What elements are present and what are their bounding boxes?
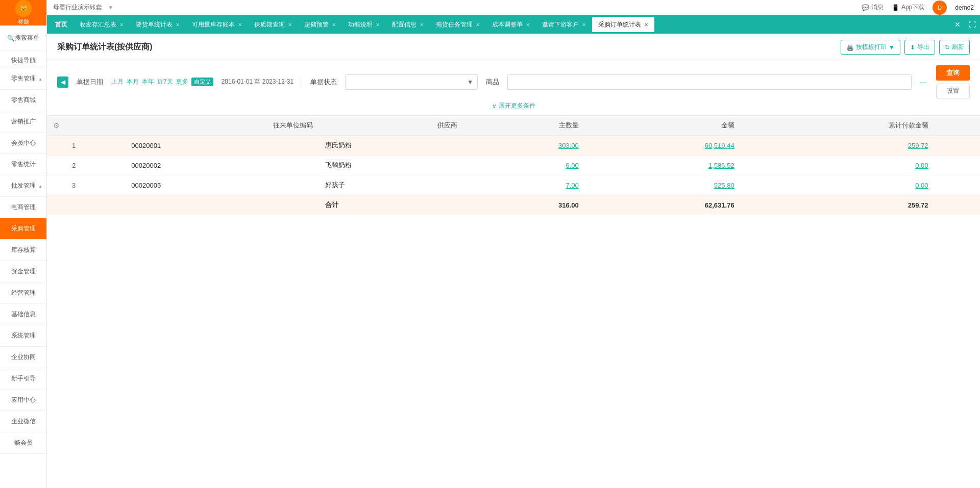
sidebar-item-label: 经营管理 xyxy=(11,289,36,297)
sidebar-item-qiye[interactable]: 企业协同 xyxy=(0,347,46,368)
tab-shoufahui[interactable]: 收发存汇总表 ✕ xyxy=(74,17,130,32)
tab-caigouding[interactable]: 采购订单统计表 ✕ xyxy=(592,17,654,32)
query-button[interactable]: 查询 xyxy=(936,65,970,81)
shortcut-7days[interactable]: 近7天 xyxy=(157,78,173,86)
sidebar-item-lingtong[interactable]: 零售统计 xyxy=(0,154,46,175)
sidebar-item-kucun[interactable]: 库存核算 xyxy=(0,240,46,261)
row-quantity[interactable]: 6.00 xyxy=(463,156,585,175)
column-settings-icon[interactable]: ⚙ xyxy=(53,121,60,130)
tab-close-icon[interactable]: ✕ xyxy=(119,22,124,28)
logo: 🐱 标题 xyxy=(0,0,46,25)
sidebar-item-search[interactable]: 🔍 搜索菜单 xyxy=(5,30,41,46)
sidebar-item-quicknav[interactable]: 快捷导航 xyxy=(0,51,46,68)
sidebar-item-dianshang[interactable]: 电商管理 xyxy=(0,197,46,218)
sidebar-item-huiyuan[interactable]: 会员中心 xyxy=(0,133,46,154)
refresh-button[interactable]: ↻ 刷新 xyxy=(939,40,970,55)
tab-chenbendiaozheng[interactable]: 成本调整单 ✕ xyxy=(486,17,536,32)
sidebar-item-caigou[interactable]: 采购管理 xyxy=(0,218,46,240)
tab-close-icon[interactable]: ✕ xyxy=(376,22,380,28)
tab-gongnengshuo[interactable]: 功能说明 ✕ xyxy=(342,17,386,32)
export-button[interactable]: ⬇ 导出 xyxy=(904,40,935,55)
row-quantity[interactable]: 7.00 xyxy=(463,175,585,195)
tab-peizhi[interactable]: 配置信息 ✕ xyxy=(386,17,430,32)
row-paid[interactable]: 259.72 xyxy=(741,136,935,156)
sidebar-item-label: 系统管理 xyxy=(11,331,36,340)
tab-close-icon[interactable]: ✕ xyxy=(176,22,180,28)
footer-summary-label: 合计 xyxy=(319,195,463,215)
tab-close-icon[interactable]: ✕ xyxy=(582,22,586,28)
tab-label: 要货单统计表 xyxy=(136,20,173,29)
col-amount: 金额 xyxy=(585,116,741,136)
row-extra xyxy=(935,156,980,175)
tab-label: 收发存汇总表 xyxy=(80,20,116,29)
shortcut-last-month[interactable]: 上月 xyxy=(111,78,124,86)
app-download-btn[interactable]: 📱 App下载 xyxy=(892,3,924,12)
tab-home[interactable]: 首页 xyxy=(49,17,74,32)
message-icon: 💬 xyxy=(862,4,869,11)
avatar-initial: D xyxy=(938,5,942,11)
sidebar-item-jichu[interactable]: 基础信息 xyxy=(0,304,46,325)
message-btn[interactable]: 💬 消息 xyxy=(862,3,884,12)
row-paid[interactable]: 0.00 xyxy=(741,175,935,195)
shortcut-this-month[interactable]: 本月 xyxy=(127,78,139,86)
avatar[interactable]: D xyxy=(933,1,947,15)
tab-close-all-btn[interactable]: ✕ xyxy=(952,20,963,29)
header-actions: 🖨️ 按模板打印 ▼ ⬇ 导出 ↻ 刷新 xyxy=(841,40,970,55)
date-range-display[interactable]: 2016-01-01 至 2023-12-31 xyxy=(222,78,293,86)
sidebar-item-jingying[interactable]: 经营管理 xyxy=(0,282,46,304)
refresh-label: 刷新 xyxy=(952,43,964,52)
tab-label: 采购订单统计表 xyxy=(598,20,641,29)
row-quantity[interactable]: 303.00 xyxy=(463,136,585,156)
sidebar-item-changhui[interactable]: 畅会员 xyxy=(0,432,46,454)
row-amount[interactable]: 1,586.52 xyxy=(585,156,741,175)
tab-yaohuodang[interactable]: 要货单统计表 ✕ xyxy=(130,17,186,32)
tab-baoyuanqi[interactable]: 保质期查询 ✕ xyxy=(248,17,298,32)
row-extra xyxy=(935,136,980,156)
sidebar-item-pifa[interactable]: 批发管理 xyxy=(0,175,46,197)
shortcut-more[interactable]: 更多 xyxy=(176,78,188,86)
filter-collapse-button[interactable]: ◀ xyxy=(57,76,68,88)
export-icon: ⬇ xyxy=(910,44,915,51)
footer-idx xyxy=(66,195,125,215)
tab-tuohuorenwu[interactable]: 拖货任务管理 ✕ xyxy=(430,17,486,32)
sidebar-item-yingyong[interactable]: 应用中心 xyxy=(0,390,46,411)
app-label: App下载 xyxy=(901,3,924,12)
tab-chaochuyujing[interactable]: 超储预警 ✕ xyxy=(298,17,342,32)
row-amount[interactable]: 60,519.44 xyxy=(585,136,741,156)
tab-close-icon[interactable]: ✕ xyxy=(526,22,530,28)
sidebar-item-qiyeweixin[interactable]: 企业微信 xyxy=(0,411,46,432)
sidebar-item-yingxiao[interactable]: 营销推广 xyxy=(0,111,46,133)
tab-maximize-btn[interactable]: ⛶ xyxy=(967,20,978,29)
more-filters-btn[interactable]: ··· xyxy=(920,78,926,86)
tab-close-icon[interactable]: ✕ xyxy=(238,22,242,28)
settings-button[interactable]: 设置 xyxy=(936,84,970,98)
search-icon: 🔍 xyxy=(7,35,15,42)
tab-close-icon[interactable]: ✕ xyxy=(420,22,424,28)
sidebar-item-lingshoudian[interactable]: 零售管理 xyxy=(0,68,46,90)
tab-label: 拖货任务管理 xyxy=(436,20,473,29)
tab-close-icon[interactable]: ✕ xyxy=(644,22,648,28)
sidebar-item-label: 会员中心 xyxy=(11,139,36,147)
message-label: 消息 xyxy=(871,3,884,12)
sidebar-item-zijin[interactable]: 资金管理 xyxy=(0,261,46,282)
status-select[interactable]: ▼ xyxy=(345,74,478,90)
tab-close-icon[interactable]: ✕ xyxy=(288,22,292,28)
expand-button[interactable]: ∨ 展开更多条件 xyxy=(492,101,535,110)
row-paid[interactable]: 0.00 xyxy=(741,156,935,175)
tab-yaoqingxiayou[interactable]: 邀请下游客户 ✕ xyxy=(536,17,592,32)
print-button[interactable]: 🖨️ 按模板打印 ▼ xyxy=(841,40,900,55)
tab-label: 邀请下游客户 xyxy=(542,20,579,29)
tab-close-icon[interactable]: ✕ xyxy=(476,22,480,28)
filter-bar: ◀ 单据日期 上月 本月 本年 近7天 更多 自定义 2016-01-01 至 … xyxy=(47,60,980,116)
sidebar-item-xitong[interactable]: 系统管理 xyxy=(0,325,46,347)
row-amount[interactable]: 525.80 xyxy=(585,175,741,195)
goods-input[interactable] xyxy=(507,74,912,90)
sidebar-item-xinshou[interactable]: 新手引导 xyxy=(0,368,46,390)
sidebar-item-lingshous[interactable]: 零售商城 xyxy=(0,90,46,111)
user-name[interactable]: demo2 xyxy=(955,4,974,11)
industry-dropdown-icon[interactable]: ▼ xyxy=(108,5,113,10)
shortcut-this-year[interactable]: 本年 xyxy=(142,78,154,86)
tab-keyongliang[interactable]: 可用量库存账本 ✕ xyxy=(186,17,248,32)
sidebar-item-label: 资金管理 xyxy=(11,267,36,276)
tab-close-icon[interactable]: ✕ xyxy=(332,22,336,28)
